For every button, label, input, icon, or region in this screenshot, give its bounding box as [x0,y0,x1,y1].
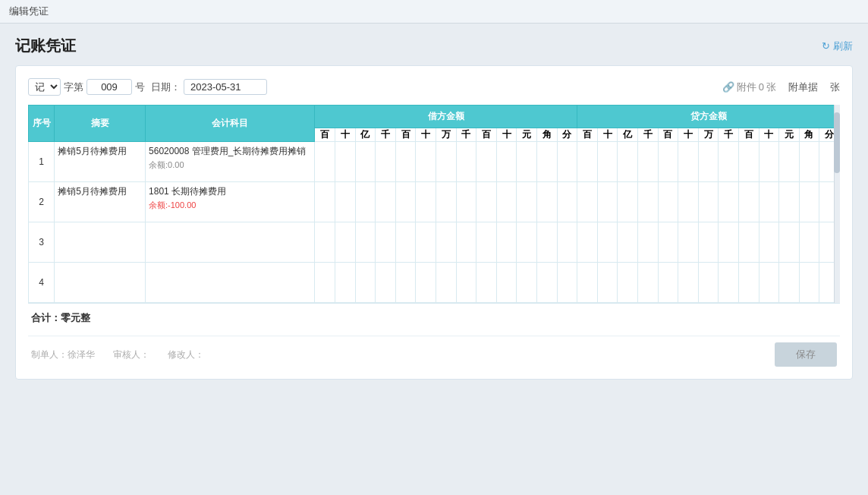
credit-cell-2-5[interactable] [678,222,699,263]
scrollbar[interactable] [834,105,840,303]
debit-cell-2-7[interactable] [456,222,476,263]
debit-cell-0-0[interactable] [315,142,335,182]
debit-cell-0-4[interactable] [395,142,416,182]
row-account-2[interactable] [146,222,315,263]
debit-cell-0-1[interactable] [335,142,356,182]
credit-cell-3-11[interactable] [799,263,819,303]
debit-cell-3-0[interactable] [315,263,335,303]
debit-cell-3-2[interactable] [355,263,376,303]
credit-cell-1-1[interactable] [597,182,618,222]
credit-cell-2-9[interactable] [759,222,779,263]
debit-cell-2-0[interactable] [315,222,335,263]
credit-cell-3-3[interactable] [637,263,658,303]
credit-cell-1-0[interactable] [577,182,598,222]
debit-cell-1-10[interactable] [517,182,537,222]
debit-cell-3-9[interactable] [496,263,517,303]
credit-cell-2-2[interactable] [618,222,638,263]
credit-cell-2-4[interactable] [658,222,678,263]
debit-cell-2-5[interactable] [416,222,436,263]
credit-cell-0-6[interactable] [698,142,719,182]
debit-cell-1-2[interactable] [355,182,376,222]
credit-cell-2-8[interactable] [738,222,759,263]
credit-cell-3-2[interactable] [618,263,638,303]
voucher-type-select[interactable]: 记 [28,78,61,96]
debit-cell-0-11[interactable] [536,142,557,182]
debit-cell-3-8[interactable] [476,263,497,303]
row-account-0[interactable]: 56020008 管理费用_长期待摊费用摊销余额:0.00 [146,142,315,182]
credit-cell-0-1[interactable] [597,142,618,182]
credit-cell-3-5[interactable] [678,263,699,303]
credit-cell-2-6[interactable] [698,222,719,263]
attach-link[interactable]: 🔗 附件 0 张 [722,80,776,94]
credit-cell-3-8[interactable] [738,263,759,303]
debit-cell-0-12[interactable] [557,142,577,182]
credit-cell-3-9[interactable] [759,263,779,303]
debit-cell-0-10[interactable] [517,142,537,182]
debit-cell-3-1[interactable] [335,263,356,303]
debit-cell-2-12[interactable] [557,222,577,263]
save-button[interactable]: 保存 [775,342,837,367]
credit-cell-0-10[interactable] [779,142,800,182]
debit-cell-0-5[interactable] [416,142,436,182]
debit-cell-3-7[interactable] [456,263,476,303]
credit-cell-1-5[interactable] [678,182,699,222]
credit-cell-3-7[interactable] [719,263,739,303]
credit-cell-1-3[interactable] [637,182,658,222]
row-summary-1[interactable]: 摊销5月待摊费用 [55,182,146,222]
debit-cell-3-12[interactable] [557,263,577,303]
debit-cell-2-4[interactable] [395,222,416,263]
credit-cell-3-6[interactable] [698,263,719,303]
debit-cell-1-4[interactable] [395,182,416,222]
credit-cell-3-4[interactable] [658,263,678,303]
debit-cell-0-9[interactable] [496,142,517,182]
credit-cell-1-11[interactable] [799,182,819,222]
voucher-number-input[interactable] [86,79,132,95]
debit-cell-2-2[interactable] [355,222,376,263]
debit-cell-1-5[interactable] [416,182,436,222]
debit-cell-2-6[interactable] [436,222,457,263]
credit-cell-2-10[interactable] [779,222,800,263]
row-account-3[interactable] [146,263,315,303]
debit-cell-3-4[interactable] [395,263,416,303]
debit-cell-3-10[interactable] [517,263,537,303]
credit-cell-2-7[interactable] [719,222,739,263]
debit-cell-2-10[interactable] [517,222,537,263]
debit-cell-0-3[interactable] [376,142,396,182]
row-summary-2[interactable] [55,222,146,263]
credit-cell-0-2[interactable] [618,142,638,182]
credit-cell-0-4[interactable] [658,142,678,182]
debit-cell-0-8[interactable] [476,142,497,182]
credit-cell-3-0[interactable] [577,263,598,303]
credit-cell-1-9[interactable] [759,182,779,222]
debit-cell-0-6[interactable] [436,142,457,182]
row-summary-0[interactable]: 摊销5月待摊费用 [55,142,146,182]
credit-cell-2-3[interactable] [637,222,658,263]
credit-cell-2-1[interactable] [597,222,618,263]
debit-cell-3-11[interactable] [536,263,557,303]
debit-cell-2-8[interactable] [476,222,497,263]
debit-cell-0-2[interactable] [355,142,376,182]
debit-cell-2-11[interactable] [536,222,557,263]
credit-cell-1-4[interactable] [658,182,678,222]
debit-cell-3-6[interactable] [436,263,457,303]
credit-cell-0-11[interactable] [799,142,819,182]
credit-cell-2-11[interactable] [799,222,819,263]
credit-cell-1-7[interactable] [719,182,739,222]
debit-cell-1-12[interactable] [557,182,577,222]
credit-cell-1-8[interactable] [738,182,759,222]
credit-cell-1-10[interactable] [779,182,800,222]
credit-cell-3-1[interactable] [597,263,618,303]
credit-cell-0-7[interactable] [719,142,739,182]
debit-cell-1-11[interactable] [536,182,557,222]
debit-cell-3-3[interactable] [376,263,396,303]
credit-cell-1-2[interactable] [618,182,638,222]
debit-cell-0-7[interactable] [456,142,476,182]
debit-cell-1-1[interactable] [335,182,356,222]
attach-single-btn[interactable]: 附单据 [788,80,818,94]
debit-cell-2-1[interactable] [335,222,356,263]
credit-cell-1-6[interactable] [698,182,719,222]
debit-cell-2-3[interactable] [376,222,396,263]
debit-cell-1-6[interactable] [436,182,457,222]
debit-cell-2-9[interactable] [496,222,517,263]
credit-cell-0-9[interactable] [759,142,779,182]
